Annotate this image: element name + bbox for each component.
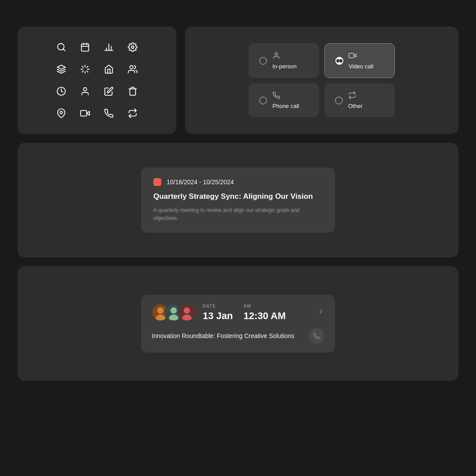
other-content: Other xyxy=(348,91,363,109)
svg-marker-24 xyxy=(87,111,89,115)
layers-icon[interactable] xyxy=(56,64,66,74)
event-title: Quarterly Strategy Sync: Aligning Our Vi… xyxy=(153,191,323,202)
other-radio xyxy=(335,97,343,104)
date-col: DATE 13 Jan xyxy=(203,304,233,322)
video-call-content: Video call xyxy=(349,52,373,70)
event-card[interactable]: 10/16/2024 - 10/25/2024 Quarterly Strate… xyxy=(141,167,335,233)
phone-call-label: Phone call xyxy=(272,103,299,109)
meeting-name: Innovation Roundtable: Fostering Creativ… xyxy=(152,332,294,339)
other-option[interactable]: Other xyxy=(324,83,395,117)
meeting-type-card: In-person Video call xyxy=(185,26,458,134)
time-col: AM 12:30 AM xyxy=(244,304,286,322)
svg-marker-27 xyxy=(354,54,356,57)
clock-icon[interactable] xyxy=(56,86,66,96)
event-date-range: 10/16/2024 - 10/25/2024 xyxy=(153,178,323,186)
svg-point-33 xyxy=(171,307,177,313)
svg-point-22 xyxy=(83,88,86,91)
svg-point-10 xyxy=(131,46,134,48)
datetime-row: DATE 13 Jan AM 12:30 AM xyxy=(203,304,310,322)
phone-call-radio xyxy=(259,97,267,104)
in-person-label: In-person xyxy=(272,63,297,70)
video-call-option[interactable]: Video call xyxy=(324,43,395,78)
icon-grid xyxy=(56,42,138,118)
video-call-radio xyxy=(335,57,343,65)
svg-point-36 xyxy=(184,307,190,313)
meeting-phone-button[interactable] xyxy=(309,328,324,344)
meeting-section-card: DATE 13 Jan AM 12:30 AM xyxy=(18,266,458,381)
in-person-content: In-person xyxy=(272,52,297,70)
svg-rect-28 xyxy=(349,53,354,58)
meeting-card[interactable]: DATE 13 Jan AM 12:30 AM xyxy=(141,295,335,353)
svg-line-14 xyxy=(82,67,84,68)
svg-marker-11 xyxy=(57,65,65,69)
phone-icon[interactable] xyxy=(104,108,114,118)
other-label: Other xyxy=(348,103,363,109)
video-call-icon xyxy=(349,52,357,61)
avatar-3 xyxy=(178,304,196,321)
date-value: 13 Jan xyxy=(203,310,233,322)
event-section: 10/16/2024 - 10/25/2024 Quarterly Strate… xyxy=(18,143,458,257)
event-description: A quarterly meeting to review and align … xyxy=(153,206,323,222)
person-icon[interactable] xyxy=(80,86,90,96)
in-person-radio xyxy=(259,57,267,65)
video-call-label: Video call xyxy=(349,63,373,70)
meeting-type-grid: In-person Video call xyxy=(249,43,395,117)
calendar-icon[interactable] xyxy=(80,42,90,52)
svg-point-23 xyxy=(60,111,63,113)
svg-line-15 xyxy=(87,71,88,72)
video-camera-icon[interactable] xyxy=(80,108,90,118)
trash-icon[interactable] xyxy=(128,86,138,96)
svg-point-20 xyxy=(130,66,133,69)
repeat-icon[interactable] xyxy=(128,108,138,118)
icon-grid-card xyxy=(18,26,176,134)
svg-line-19 xyxy=(87,67,88,68)
meeting-section: DATE 13 Jan AM 12:30 AM xyxy=(18,266,458,381)
chevron-right-icon[interactable] xyxy=(317,308,324,317)
svg-line-18 xyxy=(82,71,84,72)
date-label: DATE xyxy=(203,304,233,309)
meeting-card-bottom: Innovation Roundtable: Fostering Creativ… xyxy=(152,328,324,344)
meeting-card-top: DATE 13 Jan AM 12:30 AM xyxy=(152,304,324,322)
svg-point-30 xyxy=(157,307,164,313)
in-person-option[interactable]: In-person xyxy=(249,43,319,78)
meeting-datetime: DATE 13 Jan AM 12:30 AM xyxy=(203,304,310,322)
svg-point-26 xyxy=(275,52,278,55)
svg-rect-2 xyxy=(82,44,89,52)
edit-icon[interactable] xyxy=(104,86,114,96)
group-icon[interactable] xyxy=(128,64,138,74)
phone-call-option[interactable]: Phone call xyxy=(249,83,319,117)
settings-icon[interactable] xyxy=(128,42,138,52)
location-icon[interactable] xyxy=(56,108,66,118)
chart-icon[interactable] xyxy=(104,42,114,52)
time-value: 12:30 AM xyxy=(244,310,286,322)
phone-call-content: Phone call xyxy=(272,91,299,109)
event-date-text: 10/16/2024 - 10/25/2024 xyxy=(167,178,234,186)
avatars-row xyxy=(152,304,196,321)
search-icon[interactable] xyxy=(56,42,66,52)
event-section-card: 10/16/2024 - 10/25/2024 Quarterly Strate… xyxy=(18,143,458,257)
svg-rect-25 xyxy=(81,111,87,116)
other-icon xyxy=(348,91,356,101)
loading-icon[interactable] xyxy=(80,64,90,74)
in-person-icon xyxy=(272,52,280,61)
phone-call-icon xyxy=(272,91,280,101)
svg-line-1 xyxy=(63,49,65,51)
home-icon[interactable] xyxy=(104,64,114,74)
time-label: AM xyxy=(244,304,286,309)
event-color-dot xyxy=(153,178,161,186)
